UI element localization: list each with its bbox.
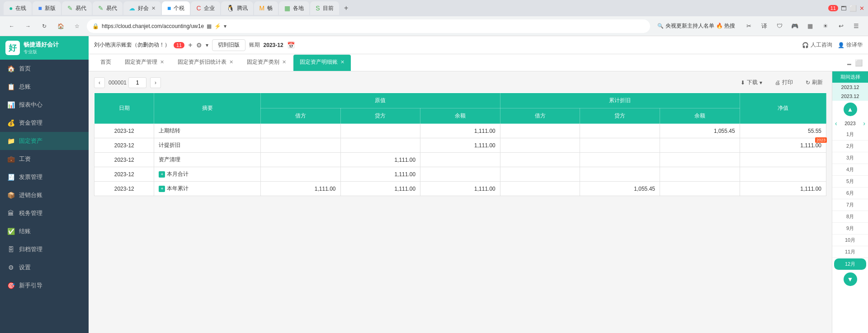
salary-icon: 💼 <box>7 155 14 163</box>
period-month-3[interactable]: 3月 <box>832 152 868 164</box>
minimize-btn[interactable]: 🗔 <box>841 5 847 12</box>
prev-year-btn[interactable]: ‹ <box>835 120 837 127</box>
settings-btn[interactable]: ⚙ <box>196 42 202 49</box>
sidebar-item-settlement[interactable]: ✅ 结账 <box>0 222 89 240</box>
browser-tab-shimao[interactable]: S 目前 <box>310 1 339 15</box>
shield-icon[interactable]: 🛡 <box>773 20 786 33</box>
sidebar-nav: 🏠 首页 📋 总账 📊 报表中心 💰 资金管理 📁 固定资产 💼 工资 <box>0 60 89 333</box>
year-badge: 2023 <box>815 137 827 143</box>
tab-home[interactable]: 首页 <box>94 55 118 71</box>
forward-button[interactable]: → <box>22 20 34 33</box>
search-icon: 🔍 <box>657 23 664 29</box>
period-month-8[interactable]: 8月 <box>832 211 868 223</box>
back-button[interactable]: ← <box>5 20 18 33</box>
dropdown-btn[interactable]: ▾ <box>206 42 208 48</box>
game-icon[interactable]: 🎮 <box>788 20 801 33</box>
next-page-btn[interactable]: › <box>150 77 161 88</box>
switch-version-btn[interactable]: 切到旧版 <box>212 39 245 51</box>
table-row: 2023-12 上期结转 1,111.00 1,055.45 55.55 <box>94 124 826 138</box>
browser-tab-qiye[interactable]: C 企业 <box>191 1 220 15</box>
period-month-4[interactable]: 4月 <box>832 164 868 176</box>
browser-tab-geshui[interactable]: ■ 个税 <box>162 1 190 15</box>
group-expand-icon[interactable]: + <box>159 186 165 192</box>
browser-tab-zaixian[interactable]: ● 在线 <box>4 1 32 15</box>
tab-close-fixed-assets-mgmt[interactable]: ✕ <box>160 59 164 65</box>
browser-tab-yidai2[interactable]: ✎ 易代 <box>93 1 123 15</box>
sidebar-item-funds[interactable]: 💰 资金管理 <box>0 114 89 132</box>
period-month-9[interactable]: 9月 <box>832 223 868 235</box>
tab-fixed-assets-cat[interactable]: 固定资产类别 ✕ <box>241 55 292 71</box>
menu-icon[interactable]: ☰ <box>850 20 863 33</box>
calendar-icon[interactable]: 📅 <box>287 42 295 49</box>
new-tab-button[interactable]: + <box>340 2 353 14</box>
browser-tab-yidai1[interactable]: ✎ 易代 <box>62 1 92 15</box>
print-btn[interactable]: 🖨 打印 <box>771 77 797 88</box>
tab-close-fixed-assets-depr[interactable]: ✕ <box>229 59 233 65</box>
period-month-5[interactable]: 5月 <box>832 176 868 188</box>
browser-badge: 11 <box>828 5 838 11</box>
maximize-btn[interactable]: ⬜ <box>849 5 857 12</box>
bookmark-button[interactable]: ☆ <box>71 20 83 33</box>
page-number-input[interactable] <box>128 77 146 88</box>
add-account-btn[interactable]: + <box>188 41 192 49</box>
cut-icon[interactable]: ✂ <box>742 20 755 33</box>
home-button[interactable]: 🏠 <box>54 20 67 33</box>
sidebar-item-salary[interactable]: 💼 工资 <box>0 150 89 168</box>
cell-accum-debit <box>500 182 580 196</box>
translate-icon[interactable]: 译 <box>758 20 770 33</box>
cell-accum-balance <box>660 138 740 153</box>
period-month-2[interactable]: 2月 <box>832 141 868 152</box>
period-month-1[interactable]: 1月 <box>832 129 868 141</box>
cell-summary: +本月合计 <box>154 167 260 182</box>
period-scroll-up[interactable]: ▲ <box>844 103 857 116</box>
th-accum-balance: 余额 <box>660 108 740 124</box>
browser-tab-chang[interactable]: M 畅 <box>254 1 278 15</box>
period-month-11[interactable]: 11月 <box>832 246 868 258</box>
ai-consult-btn[interactable]: 🎧 人工咨询 <box>802 41 832 49</box>
period-month-6[interactable]: 6月 <box>832 188 868 199</box>
browser-tab-xin[interactable]: ■ 新版 <box>33 1 61 15</box>
prev-page-btn[interactable]: ‹ <box>94 77 105 88</box>
history-icon[interactable]: ↩ <box>835 20 847 33</box>
browser-chrome: ● 在线 ■ 新版 ✎ 易代 ✎ 易代 ☁ 好会 ✕ ■ 个税 C 企业 🐧 <box>0 0 868 36</box>
next-year-btn[interactable]: › <box>863 120 865 127</box>
brightness-icon[interactable]: ☀ <box>819 20 832 33</box>
period-month-10[interactable]: 10月 <box>832 235 868 246</box>
sidebar-item-general-ledger[interactable]: 📋 总账 <box>0 78 89 96</box>
tab-fixed-assets-depr[interactable]: 固定资产折旧统计表 ✕ <box>171 55 240 71</box>
expand-page-icon[interactable]: ⬜ <box>855 59 863 66</box>
sidebar-item-settings[interactable]: ⚙ 设置 <box>0 258 89 277</box>
tab-close-fixed-assets-detail[interactable]: ✕ <box>340 59 344 65</box>
tab-fixed-assets-mgmt[interactable]: 固定资产管理 ✕ <box>118 55 170 71</box>
sidebar-item-tax[interactable]: 🏛 税务管理 <box>0 204 89 222</box>
account-name: 刘小艳演示账套（勿删勿动！） <box>94 41 170 49</box>
sidebar-item-home[interactable]: 🏠 首页 <box>0 60 89 78</box>
cell-accum-credit: 1,055.45 <box>580 182 660 196</box>
tab-close-fixed-assets-cat[interactable]: ✕ <box>282 59 286 65</box>
address-field[interactable]: 🔒 https://cloud.chanjet.com/accounting/u… <box>87 19 650 33</box>
group-expand-icon[interactable]: + <box>159 171 165 178</box>
sidebar-item-fixed-assets[interactable]: 📁 固定资产 <box>0 132 89 150</box>
tab-close-haohao[interactable]: ✕ <box>151 5 156 11</box>
period-month-7[interactable]: 7月 <box>832 199 868 211</box>
refresh-button[interactable]: ↻ <box>38 20 51 33</box>
sidebar-item-invoice[interactable]: 🧾 发票管理 <box>0 168 89 186</box>
sidebar-item-archive[interactable]: 🗄 归档管理 <box>0 240 89 258</box>
user-menu-btn[interactable]: 👤 徐译华 <box>838 41 863 49</box>
th-accum-credit: 贷方 <box>580 108 660 124</box>
sidebar-item-purchase-sale[interactable]: 📦 进销台账 <box>0 186 89 204</box>
sidebar-item-guide[interactable]: 🎯 新手引导 <box>0 277 89 295</box>
close-btn[interactable]: ✕ <box>859 5 864 12</box>
period-scroll-down[interactable]: ▼ <box>844 272 857 286</box>
tab-fixed-assets-detail[interactable]: 固定资产明细账 ✕ <box>293 55 351 71</box>
browser-tab-gedi[interactable]: ▦ 各地 <box>279 1 309 15</box>
refresh-btn[interactable]: ↻ 刷新 <box>802 77 826 88</box>
browser-tab-haohao[interactable]: ☁ 好会 ✕ <box>123 1 161 15</box>
minimize-page-icon[interactable]: 🗕 <box>846 59 852 66</box>
grid-icon[interactable]: ▦ <box>804 20 816 33</box>
browser-tab-tengxun[interactable]: 🐧 腾讯 <box>221 1 253 15</box>
period-month-12[interactable]: 12月 <box>834 258 866 270</box>
download-btn[interactable]: ⬇ 下载 ▾ <box>737 77 766 88</box>
th-orig-debit: 借方 <box>260 108 340 124</box>
sidebar-item-reports[interactable]: 📊 报表中心 <box>0 96 89 114</box>
